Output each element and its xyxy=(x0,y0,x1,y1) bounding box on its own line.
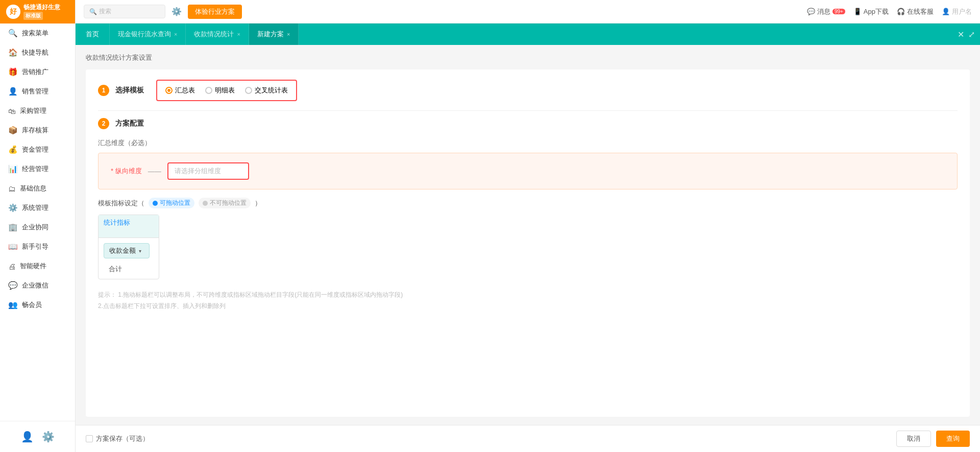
dimension-row-label: * 纵向维度 xyxy=(111,166,142,176)
sidebar-item-quicknav[interactable]: 🏠 快捷导航 xyxy=(0,43,75,62)
step1-row: 1 选择模板 汇总表 明细表 交叉统计表 xyxy=(98,80,958,101)
download-btn[interactable]: 📱 App下载 xyxy=(853,7,889,16)
radio-summary[interactable]: 汇总表 xyxy=(165,86,195,95)
radio-dot-detail xyxy=(205,87,212,94)
sidebar-settings[interactable]: ⚙️ xyxy=(42,431,55,443)
sidebar-item-wechat[interactable]: 💬 企业微信 xyxy=(0,276,75,295)
metrics-hint-close: ） xyxy=(255,199,261,208)
notification-btn[interactable]: 💬 消息 99+ xyxy=(807,7,845,16)
sidebar-item-label: 销售管理 xyxy=(22,87,48,96)
app-logo: 好 畅捷通好生意 标准版 xyxy=(0,0,75,23)
metric-tag-label: 收款金额 xyxy=(109,246,136,255)
sidebar-item-label: 营销推广 xyxy=(22,67,48,77)
enterprise-icon: 🏢 xyxy=(8,223,18,232)
expand-icon[interactable]: ⤢ xyxy=(968,30,975,39)
content-area: 收款情况统计方案设置 1 选择模板 汇总表 明细表 xyxy=(76,45,980,425)
config-card: 1 选择模板 汇总表 明细表 交叉统计表 xyxy=(86,69,970,417)
metric-tag-row: 收款金额 ▾ xyxy=(99,241,159,260)
sidebar-item-guide[interactable]: 📖 新手引导 xyxy=(0,237,75,256)
tab-cashflow[interactable]: 现金银行流水查询 × xyxy=(110,23,186,45)
sidebar-item-hardware[interactable]: 🖨 智能硬件 xyxy=(0,256,75,276)
support-btn[interactable]: 🎧 在线客服 xyxy=(897,7,934,16)
download-icon: 📱 xyxy=(853,8,862,15)
tab-collection-label: 收款情况统计 xyxy=(194,30,234,39)
support-label: 在线客服 xyxy=(907,7,934,16)
sidebar-item-purchase[interactable]: 🛍 采购管理 xyxy=(0,101,75,121)
tab-home-label: 首页 xyxy=(86,30,99,39)
guide-icon: 📖 xyxy=(8,242,18,251)
sidebar-item-label: 库存核算 xyxy=(22,126,48,135)
tab-collection-close[interactable]: × xyxy=(237,31,240,37)
inventory-icon: 📦 xyxy=(8,126,18,135)
tab-newplan-close[interactable]: × xyxy=(287,31,290,37)
save-label: 方案保存（可选） xyxy=(96,434,149,443)
user-area[interactable]: 👤 用户名 xyxy=(942,7,972,16)
dimension-row: * 纵向维度 —— 请选择分组维度 xyxy=(111,162,945,180)
chevron-down-icon: ▾ xyxy=(139,248,141,254)
non-draggable-toggle: 不可拖动位置 xyxy=(199,198,251,208)
draggable-toggle[interactable]: 可拖动位置 xyxy=(149,198,194,208)
sidebar-item-operation[interactable]: 📊 经营管理 xyxy=(0,159,75,179)
sidebar-avatar[interactable]: 👤 xyxy=(21,431,34,443)
topbar-search-box[interactable]: 🔍 搜索 xyxy=(84,5,165,18)
sidebar-item-base[interactable]: 🗂 基础信息 xyxy=(0,179,75,198)
tab-cashflow-close[interactable]: × xyxy=(174,31,177,37)
sidebar-item-system[interactable]: ⚙️ 系统管理 xyxy=(0,198,75,218)
sidebar-item-search[interactable]: 🔍 搜索菜单 xyxy=(0,23,75,43)
search-placeholder: 搜索 xyxy=(99,7,111,16)
radio-detail[interactable]: 明细表 xyxy=(205,86,235,95)
hardware-icon: 🖨 xyxy=(8,262,16,271)
close-icon[interactable]: ✕ xyxy=(958,30,964,39)
industry-btn[interactable]: 体验行业方案 xyxy=(188,5,242,19)
logo-icon: 好 xyxy=(6,5,20,19)
metrics-hint-text: 模板指标设定（ xyxy=(98,199,144,208)
topbar-right: 💬 消息 99+ 📱 App下载 🎧 在线客服 👤 用户名 xyxy=(807,7,972,16)
sidebar-item-label: 系统管理 xyxy=(22,203,48,212)
tab-newplan-label: 新建方案 xyxy=(257,30,284,39)
divider1 xyxy=(98,110,958,111)
tab-collection[interactable]: 收款情况统计 × xyxy=(186,23,249,45)
sidebar-item-label: 智能硬件 xyxy=(20,261,46,271)
radio-cross[interactable]: 交叉统计表 xyxy=(245,86,288,95)
sidebar-item-enterprise[interactable]: 🏢 企业协同 xyxy=(0,218,75,237)
sidebar-item-label: 资金管理 xyxy=(22,145,48,154)
metrics-hint-row: 模板指标设定（ 可拖动位置 不可拖动位置 ） xyxy=(98,198,958,208)
bottom-buttons: 取消 查询 xyxy=(896,431,970,447)
sidebar-item-inventory[interactable]: 📦 库存核算 xyxy=(0,121,75,140)
sidebar-item-member[interactable]: 👥 畅会员 xyxy=(0,295,75,315)
tab-newplan[interactable]: 新建方案 × xyxy=(249,23,299,45)
save-checkbox[interactable] xyxy=(86,435,93,442)
page-title: 收款情况统计方案设置 xyxy=(86,53,970,62)
radio-dot-summary xyxy=(165,87,173,94)
template-selection-box: 汇总表 明细表 交叉统计表 xyxy=(156,80,297,101)
save-option[interactable]: 方案保存（可选） xyxy=(86,434,149,443)
sidebar-item-label: 快捷导航 xyxy=(22,48,48,57)
tab-cashflow-label: 现金银行流水查询 xyxy=(118,30,171,39)
tips-area: 提示： 1.拖动标题栏可以调整布局，不可跨维度或指标区域拖动栏目字段(只能在同一… xyxy=(98,290,958,312)
system-icon: ⚙️ xyxy=(8,203,18,212)
app-edition: 标准版 xyxy=(23,12,43,20)
draggable-dot xyxy=(153,201,158,206)
finance-icon: 💰 xyxy=(8,145,18,154)
tab-home[interactable]: 首页 xyxy=(76,23,110,45)
sidebar-item-marketing[interactable]: 🎁 营销推广 xyxy=(0,62,75,82)
cancel-button[interactable]: 取消 xyxy=(896,431,931,447)
sidebar-item-label: 采购管理 xyxy=(20,106,46,115)
member-icon: 👥 xyxy=(8,300,18,310)
topbar: 🔍 搜索 ⚙️ 体验行业方案 💬 消息 99+ 📱 App下载 🎧 在线客服 👤 xyxy=(76,0,980,23)
main-area: 🔍 搜索 ⚙️ 体验行业方案 💬 消息 99+ 📱 App下载 🎧 在线客服 👤 xyxy=(76,0,980,452)
tabbar: 首页 现金银行流水查询 × 收款情况统计 × 新建方案 × ✕ ⤢ xyxy=(76,23,980,45)
dimension-select[interactable]: 请选择分组维度 xyxy=(167,162,249,180)
app-name: 畅捷通好生意 xyxy=(23,4,60,11)
gear-icon[interactable]: ⚙️ xyxy=(172,7,182,16)
sidebar-item-sales[interactable]: 👤 销售管理 xyxy=(0,82,75,101)
sidebar-item-finance[interactable]: 💰 资金管理 xyxy=(0,140,75,159)
sidebar-item-label: 搜索菜单 xyxy=(22,29,48,38)
radio-label-cross: 交叉统计表 xyxy=(255,86,288,95)
bottombar: 方案保存（可选） 取消 查询 xyxy=(76,425,980,452)
sidebar-item-label: 新手引导 xyxy=(22,242,48,251)
query-button[interactable]: 查询 xyxy=(936,431,970,447)
home-icon: 🏠 xyxy=(8,48,18,57)
metric-tag-amount[interactable]: 收款金额 ▾ xyxy=(104,243,150,258)
sidebar-item-label: 企业协同 xyxy=(22,223,48,232)
